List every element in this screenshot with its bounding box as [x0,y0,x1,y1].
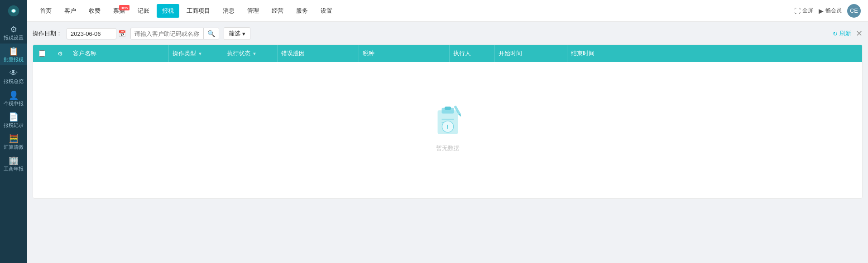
sidebar: ⚙ 报税设置 📋 批量报税 👁 报税总览 👤 个税申报 📄 报税记录 🧮 汇算清… [0,0,27,263]
member-icon: ▶ [819,7,824,15]
refresh-button[interactable]: ↻ 刷新 [833,29,851,38]
annual-report-icon: 🏢 [9,156,19,165]
nav-item-guanli[interactable]: 管理 [242,4,264,18]
th-error-reason: 错误股因 [278,45,359,62]
sidebar-item-huisuan-jiaona[interactable]: 🧮 汇算清缴 [0,131,27,153]
fullscreen-icon: ⛶ [794,7,801,15]
avatar[interactable]: CE [847,4,861,18]
new-badge: new [119,5,129,11]
nav-items: 首页 客户 收费 票据 new 记账 报税 工商项目 消息 管理 经营 服务 设… [34,4,794,18]
main-area: 首页 客户 收费 票据 new 记账 报税 工商项目 消息 管理 经营 服务 设… [27,0,868,263]
search-wrap: 🔍 [130,28,219,39]
top-nav-right: ⛶ 全屏 ▶ 畅会员 CE [794,4,861,18]
nav-item-baoshui[interactable]: 报税 [157,4,179,18]
date-label: 操作日期： [33,29,62,38]
chevron-down-icon: ▾ [242,30,245,37]
sidebar-label: 工商年报 [4,166,24,172]
calendar-icon[interactable]: 📅 [118,30,126,37]
nav-item-shouye[interactable]: 首页 [34,4,57,18]
filter-label: 筛选 [229,29,240,38]
filter-button[interactable]: 筛选 ▾ [224,27,250,40]
overview-icon: 👁 [10,69,18,77]
table-body: ! 暂无数据 [33,62,862,198]
th-settings[interactable]: ⚙ [51,45,69,62]
sort-icon: ▼ [252,51,257,56]
select-all-checkbox[interactable] [39,50,45,57]
nav-item-piaoju[interactable]: 票据 new [108,4,130,18]
sidebar-item-baoshui-jilu[interactable]: 📄 报税记录 [0,109,27,131]
page-content: 操作日期： 📅 🔍 筛选 ▾ ↻ 刷新 [27,22,868,263]
sidebar-item-gongshang-nianbao[interactable]: 🏢 工商年报 [0,153,27,175]
toolbar-right: ↻ 刷新 ✕ [833,29,863,39]
fullscreen-button[interactable]: ⛶ 全屏 [794,7,813,15]
sidebar-label: 汇算清缴 [4,144,24,150]
nav-item-kehu[interactable]: 客户 [59,4,82,18]
nav-item-shezhi[interactable]: 设置 [315,4,338,18]
th-operation-type[interactable]: 操作类型 ▼ [169,45,223,62]
sidebar-item-piliang-baoshui[interactable]: 📋 批量报税 [0,44,27,65]
empty-state: ! 暂无数据 [427,99,468,152]
sidebar-label: 报税记录 [4,122,24,128]
th-exec-status[interactable]: 执行状态 ▼ [223,45,278,62]
sidebar-item-geshui-shenbao[interactable]: 👤 个税申报 [0,88,27,109]
svg-text:!: ! [446,123,449,131]
settings-icon: ⚙ [10,25,17,34]
sidebar-label: 个税申报 [4,101,24,107]
close-button[interactable]: ✕ [856,29,863,39]
content-area: 操作日期： 📅 🔍 筛选 ▾ ↻ 刷新 [27,22,868,263]
refresh-icon: ↻ [833,30,838,37]
th-end-time: 结束时间 [567,45,631,62]
search-button[interactable]: 🔍 [203,28,219,39]
empty-illustration: ! [427,99,468,140]
th-executor: 执行人 [450,45,495,62]
nav-item-jizhang[interactable]: 记账 [132,4,155,18]
sidebar-label: 报税设置 [4,35,24,41]
gear-icon: ⚙ [58,50,63,57]
top-nav: 首页 客户 收费 票据 new 记账 报税 工商项目 消息 管理 经营 服务 设… [27,0,868,22]
table-container: ⚙ 客户名称 操作类型 ▼ 执行状态 ▼ 错误股因 [33,44,863,199]
nav-item-gongshang-xiangmu[interactable]: 工商项目 [181,4,216,18]
search-input[interactable] [131,29,203,39]
sort-icon: ▼ [198,51,202,56]
table-header: ⚙ 客户名称 操作类型 ▼ 执行状态 ▼ 错误股因 [33,45,862,62]
batch-tax-icon: 📋 [9,47,19,55]
personal-tax-icon: 👤 [9,91,19,99]
sidebar-item-baoshui-zonglian[interactable]: 👁 报税总览 [0,65,27,87]
member-button[interactable]: ▶ 畅会员 [819,7,842,15]
app-logo[interactable] [0,0,27,22]
nav-item-jingying[interactable]: 经营 [266,4,289,18]
date-input[interactable] [67,28,116,39]
th-customer-name: 客户名称 [69,45,169,62]
date-input-wrap: 📅 [67,28,126,39]
svg-rect-4 [444,107,451,110]
svg-point-1 [12,10,15,13]
toolbar: 操作日期： 📅 🔍 筛选 ▾ ↻ 刷新 [33,27,863,40]
th-start-time: 开始时间 [495,45,567,62]
sidebar-item-baoshui-shezhi[interactable]: ⚙ 报税设置 [0,22,27,44]
th-tax-type: 税种 [359,45,450,62]
sidebar-label: 批量报税 [4,57,24,63]
th-checkbox[interactable] [33,45,51,62]
nav-item-fuwu[interactable]: 服务 [291,4,313,18]
record-icon: 📄 [9,113,19,121]
settlement-icon: 🧮 [9,135,19,143]
nav-item-xiaoxi[interactable]: 消息 [217,4,240,18]
empty-text: 暂无数据 [436,144,460,152]
nav-item-shoufei[interactable]: 收费 [83,4,106,18]
sidebar-label: 报税总览 [4,78,24,84]
